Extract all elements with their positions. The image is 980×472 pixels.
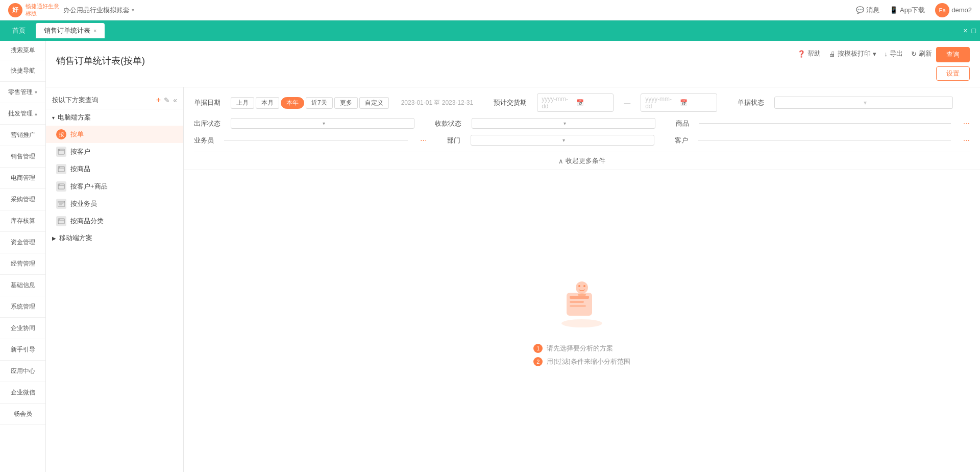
delivery-status-arrow: ▾	[323, 121, 410, 126]
goods-ellipsis[interactable]: ···	[963, 119, 970, 128]
delivery-status-select[interactable]: ▾	[231, 118, 414, 129]
export-button[interactable]: ↓ 导出	[885, 49, 903, 58]
by-goods-category-icon	[56, 216, 66, 226]
window-minimize-icon[interactable]: ×	[963, 27, 967, 35]
customer-ellipsis[interactable]: ···	[963, 136, 970, 145]
sidebar-item-sales[interactable]: 销售管理	[0, 146, 45, 168]
status-select[interactable]: ▾	[774, 97, 953, 109]
tree-item-by-goods[interactable]: 按商品	[46, 160, 183, 178]
sidebar-item-collab[interactable]: 企业协同	[0, 318, 45, 339]
date-btn-last-month[interactable]: 上月	[231, 97, 254, 109]
svg-rect-13	[58, 219, 64, 224]
export-icon: ↓	[885, 50, 888, 58]
top-bar-left: 好 畅捷通好生意 标版 办公用品行业模拟账套 ▾	[8, 3, 134, 17]
sidebar-item-marketing[interactable]: 营销推广	[0, 125, 45, 146]
sidebar-item-operations[interactable]: 经营管理	[0, 253, 45, 275]
page-title: 销售订单统计表(按单)	[56, 55, 145, 73]
user-area[interactable]: Ea demo2	[935, 3, 972, 17]
sidebar-item-ecommerce[interactable]: 电商管理	[0, 168, 45, 189]
date-btn-this-year[interactable]: 本年	[281, 97, 304, 109]
by-order-icon: 按	[56, 129, 66, 139]
svg-rect-20	[570, 305, 586, 307]
svg-rect-0	[58, 149, 64, 154]
pc-section-arrow: ▾	[52, 115, 55, 121]
department-select[interactable]: ▾	[471, 135, 654, 146]
message-button[interactable]: 💬 消息	[856, 6, 879, 15]
payment-status-label: 收款状态	[435, 119, 461, 128]
left-panel-icons: + ✎ «	[156, 96, 177, 105]
refresh-button[interactable]: ↻ 刷新	[911, 49, 932, 58]
template-print-arrow: ▾	[873, 50, 876, 58]
sidebar-item-purchase[interactable]: 采购管理	[0, 189, 45, 210]
user-avatar: Ea	[935, 3, 949, 17]
tree-parent-mobile[interactable]: ▶ 移动端方案	[46, 230, 183, 246]
window-maximize-icon[interactable]: □	[972, 27, 976, 35]
mobile-section-arrow: ▶	[52, 235, 56, 241]
main-layout: 搜索菜单 快捷导航 零售管理 ▾ 批发管理 ▴ 营销推广 销售管理 电商管理 采…	[0, 41, 980, 472]
tab-home[interactable]: 首页	[4, 23, 34, 38]
sidebar-item-search-menu[interactable]: 搜索菜单	[0, 41, 45, 60]
tab-close-icon[interactable]: ×	[93, 28, 96, 34]
sidebar-item-retail[interactable]: 零售管理 ▾	[0, 82, 45, 103]
sidebar-item-member[interactable]: 畅会员	[0, 404, 45, 425]
date-button-group: 上月 本月 本年 近7天 更多 自定义	[231, 97, 389, 109]
filter-row-3: 业务员 ··· 部门 ▾ 客户 ···	[194, 135, 970, 146]
mobile-section-label: 移动端方案	[59, 233, 92, 243]
tree-item-by-goods-category[interactable]: 按商品分类	[46, 213, 183, 230]
filter-area: 单据日期 上月 本月 本年 近7天 更多 自定义 2023-01-01 至 20…	[184, 87, 980, 170]
sidebar-item-guide[interactable]: 新手引导	[0, 339, 45, 361]
salesperson-label: 业务员	[194, 136, 214, 145]
sidebar-item-enterprise-wechat[interactable]: 企业微信	[0, 382, 45, 404]
status-select-arrow: ▾	[864, 99, 948, 106]
app-title-area[interactable]: 办公用品行业模拟账套 ▾	[63, 6, 134, 15]
expected-delivery-start[interactable]: yyyy-mm-dd 📅	[537, 93, 614, 112]
collapse-arrow-icon: ∧	[558, 157, 564, 165]
sidebar-item-system[interactable]: 系统管理	[0, 296, 45, 318]
left-panel-title: 按以下方案查询	[52, 96, 153, 105]
logo-text: 畅捷通好生意 标版	[26, 3, 59, 16]
payment-status-arrow: ▾	[564, 121, 651, 126]
date-btn-7days[interactable]: 近7天	[306, 97, 333, 109]
collapse-panel-icon[interactable]: «	[173, 96, 177, 104]
logo-icon: 好	[8, 3, 22, 17]
tree-parent-pc[interactable]: ▾ 电脑端方案	[46, 109, 183, 126]
status-label: 单据状态	[738, 98, 764, 107]
sidebar-item-app-center[interactable]: 应用中心	[0, 361, 45, 382]
svg-rect-18	[570, 296, 589, 299]
content-body: 按以下方案查询 + ✎ « ▾ 电脑端方案 按 按单	[46, 87, 980, 472]
empty-step-2: 2 用[过滤]条件来缩小分析范围	[533, 357, 630, 366]
date-btn-custom[interactable]: 自定义	[359, 97, 389, 109]
date-range-text: 2023-01-01 至 2023-12-31	[401, 99, 473, 107]
svg-rect-24	[578, 294, 586, 296]
tree-item-by-customer-goods[interactable]: 按客户+商品	[46, 178, 183, 195]
help-button[interactable]: ❓ 帮助	[797, 49, 821, 58]
salesperson-ellipsis[interactable]: ···	[420, 136, 427, 145]
template-print-button[interactable]: 🖨 按模板打印 ▾	[829, 49, 876, 58]
tree-item-by-salesperson[interactable]: 按业务员	[46, 195, 183, 213]
app-title-dropdown-icon[interactable]: ▾	[132, 7, 134, 13]
query-button[interactable]: 查询	[936, 47, 970, 62]
sidebar-item-wholesale[interactable]: 批发管理 ▴	[0, 103, 45, 125]
svg-point-16	[561, 319, 602, 327]
sidebar-item-basics[interactable]: 基础信息	[0, 275, 45, 296]
app-download-button[interactable]: 📱 App下载	[890, 6, 925, 15]
payment-status-select[interactable]: ▾	[472, 118, 655, 129]
sidebar-item-quick-nav[interactable]: 快捷导航	[0, 60, 45, 82]
sidebar-item-inventory[interactable]: 库存核算	[0, 210, 45, 232]
edit-scheme-icon[interactable]: ✎	[164, 96, 170, 104]
settings-button[interactable]: 设置	[936, 66, 970, 81]
tab-sales-order[interactable]: 销售订单统计表 ×	[36, 23, 105, 38]
department-label: 部门	[447, 136, 460, 145]
svg-rect-3	[58, 167, 64, 172]
collapse-conditions-button[interactable]: ∧ 收起更多条件	[194, 152, 970, 170]
date-btn-this-month[interactable]: 本月	[256, 97, 279, 109]
expected-delivery-end[interactable]: yyyy-mm-dd 📅	[641, 93, 717, 112]
sidebar-item-finance[interactable]: 资金管理	[0, 232, 45, 253]
add-scheme-icon[interactable]: +	[156, 96, 161, 105]
tree-item-by-order[interactable]: 按 按单	[46, 126, 183, 143]
svg-rect-19	[570, 301, 584, 303]
tree-item-by-customer[interactable]: 按客户	[46, 143, 183, 160]
date-btn-more[interactable]: 更多	[334, 97, 358, 109]
goods-label: 商品	[676, 119, 689, 128]
date-separator: —	[624, 99, 630, 107]
